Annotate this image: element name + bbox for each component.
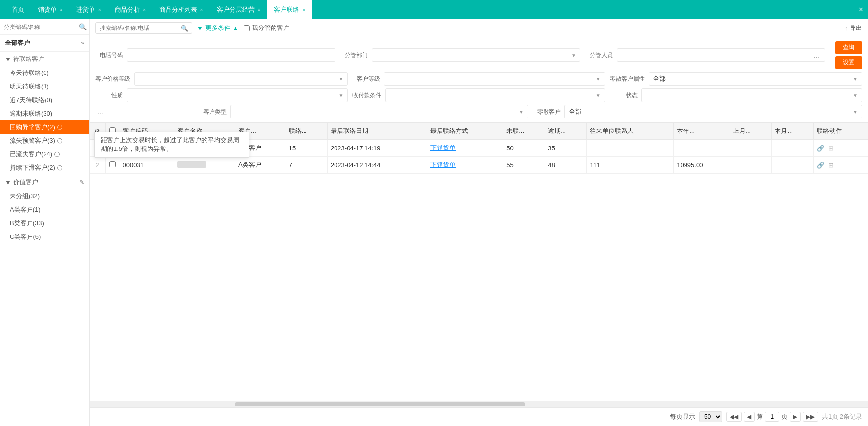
sidebar-item-unclassified[interactable]: 未分组(32) bbox=[0, 190, 89, 203]
close-product-analysis-icon[interactable]: × bbox=[143, 7, 146, 13]
my-customer-checkbox-area: 我分管的客户 bbox=[244, 24, 289, 32]
sidebar-collapse-icon[interactable]: » bbox=[81, 40, 84, 46]
page-last-button[interactable]: ▶▶ bbox=[803, 412, 818, 422]
nav-customer-contact[interactable]: 客户联络 × bbox=[267, 0, 312, 19]
advanced-filter: 电话号码 分管部门 ▼ 分管人员 ... 查询 bbox=[90, 37, 868, 123]
row-contact-person-1 bbox=[587, 140, 674, 157]
sidebar-edit-icon[interactable]: ✎ bbox=[79, 179, 84, 186]
branch-dept-select[interactable]: ▼ bbox=[372, 48, 580, 62]
sidebar-item-repurchase-abnormal[interactable]: 回购异常客户(2) ⓘ bbox=[0, 120, 89, 134]
close-customer-tier-icon[interactable]: × bbox=[258, 7, 260, 13]
sidebar-all-customers[interactable]: 全部客户 » bbox=[0, 35, 89, 52]
row-checkbox-2[interactable] bbox=[105, 157, 120, 174]
sidebar: 🔍 全部客户 » ▼ 待联络客户 今天待联络(0) 明天待联络(1) 近7天待联… bbox=[0, 19, 90, 426]
sidebar-search-area: 🔍 bbox=[0, 19, 89, 35]
pagination-bar: 每页显示 50 ◀◀ ◀ 第 页 ▶ ▶▶ 共1页 2条记录 bbox=[90, 407, 868, 426]
nav-home[interactable]: 首页 bbox=[5, 0, 31, 19]
filter-icon: ▼ bbox=[197, 25, 203, 32]
field-price-level: 客户价格等级 ▼ bbox=[95, 72, 348, 86]
price-level-select[interactable]: ▼ bbox=[134, 72, 348, 86]
retail-attr-select[interactable]: 全部 ▼ bbox=[649, 72, 862, 86]
sidebar-item-7day-followup[interactable]: 近7天待联络(0) bbox=[0, 93, 89, 107]
sidebar-item-declining[interactable]: 持续下滑客户(2) ⓘ bbox=[0, 161, 89, 175]
last-method-link-1[interactable]: 下销货单 bbox=[430, 144, 456, 151]
per-page-select[interactable]: 50 bbox=[699, 411, 722, 422]
page-next-button[interactable]: ▶ bbox=[790, 412, 801, 422]
sidebar-value-arrow-icon: ▼ bbox=[5, 179, 11, 186]
price-level-arrow-icon: ▼ bbox=[338, 76, 343, 82]
sidebar-item-a-class[interactable]: A类客户(1) bbox=[0, 203, 89, 217]
customer-level-select[interactable]: ▼ bbox=[384, 72, 605, 86]
close-sales-order-icon[interactable]: × bbox=[60, 7, 62, 13]
field-gender: 性质 ▼ bbox=[95, 88, 348, 102]
row-contact-person-2: 111 bbox=[587, 157, 674, 174]
nav-customer-tier[interactable]: 客户分层经营 × bbox=[210, 0, 267, 19]
settings-button[interactable]: 设置 bbox=[835, 56, 862, 69]
sidebar-item-c-class[interactable]: C类客户(6) bbox=[0, 230, 89, 244]
row-last-month-1 bbox=[730, 140, 772, 157]
sidebar-item-churned[interactable]: 已流失客户(24) ⓘ bbox=[0, 147, 89, 161]
more-fields-icon[interactable]: ... bbox=[95, 108, 105, 116]
customer-type-select[interactable]: ▼ bbox=[230, 105, 528, 118]
branch-person-ellipsis-icon[interactable]: ... bbox=[811, 51, 821, 59]
action-grid-icon-1[interactable]: ⊞ bbox=[828, 145, 834, 152]
horizontal-scrollbar[interactable] bbox=[90, 401, 868, 407]
row-last-month-2 bbox=[730, 157, 772, 174]
phone-input[interactable] bbox=[127, 48, 335, 62]
nav-sales-order[interactable]: 销货单 × bbox=[31, 0, 69, 19]
search-bar-icon[interactable]: 🔍 bbox=[181, 25, 188, 32]
sidebar-item-today-followup[interactable]: 今天待联络(0) bbox=[0, 66, 89, 80]
status-select[interactable]: ▼ bbox=[641, 88, 862, 102]
export-button[interactable]: ↑ 导出 bbox=[845, 24, 863, 32]
sidebar-search-icon[interactable]: 🔍 bbox=[79, 23, 87, 30]
retail-customer-arrow-icon: ▼ bbox=[853, 109, 858, 115]
row-overdue-2: 48 bbox=[545, 157, 587, 174]
close-product-analysis-list-icon[interactable]: × bbox=[200, 7, 203, 13]
nav-product-analysis-list[interactable]: 商品分析列表 × bbox=[152, 0, 210, 19]
row-last-method-1[interactable]: 下销货单 bbox=[427, 140, 503, 157]
sidebar-item-tomorrow-followup[interactable]: 明天待联络(1) bbox=[0, 80, 89, 93]
sidebar-value-section[interactable]: ▼ 价值客户 ✎ bbox=[0, 175, 89, 190]
last-method-link-2[interactable]: 下销货单 bbox=[430, 161, 456, 168]
close-customer-contact-icon[interactable]: × bbox=[302, 7, 305, 13]
page-first-button[interactable]: ◀◀ bbox=[726, 412, 742, 422]
query-button[interactable]: 查询 bbox=[835, 41, 862, 54]
action-link-icon-2[interactable]: 🔗 bbox=[817, 162, 824, 169]
payment-select[interactable]: ▼ bbox=[385, 88, 605, 102]
page-prev-button[interactable]: ◀ bbox=[744, 412, 755, 422]
chevron-up-icon: ▲ bbox=[232, 25, 239, 32]
nav-purchase-order[interactable]: 进货单 × bbox=[69, 0, 107, 19]
gender-select[interactable]: ▼ bbox=[127, 88, 348, 102]
sidebar-item-churn-warning[interactable]: 流失预警客户(3) ⓘ bbox=[0, 134, 89, 147]
scrollbar-thumb[interactable] bbox=[235, 402, 525, 406]
row-this-year-2: 10995.00 bbox=[674, 157, 730, 174]
repurchase-tooltip: 距客户上次交易时长，超过了此客户的平均交易周期的1.5倍，则视为异常。 bbox=[94, 132, 249, 158]
row-last-method-2[interactable]: 下销货单 bbox=[427, 157, 503, 174]
action-grid-icon-2[interactable]: ⊞ bbox=[828, 162, 834, 169]
page-navigation: ◀◀ ◀ 第 页 ▶ ▶▶ bbox=[726, 412, 818, 422]
nav-product-analysis[interactable]: 商品分析 × bbox=[108, 0, 152, 19]
action-link-icon-1[interactable]: 🔗 bbox=[817, 145, 824, 152]
window-close-button[interactable]: × bbox=[859, 5, 863, 14]
retail-customer-select[interactable]: 全部 ▼ bbox=[564, 105, 862, 118]
page-input[interactable] bbox=[765, 412, 779, 422]
col-this-year: 本年... bbox=[674, 123, 730, 140]
sidebar-item-overdue-followup[interactable]: 逾期未联络(30) bbox=[0, 107, 89, 120]
close-purchase-order-icon[interactable]: × bbox=[98, 7, 101, 13]
status-arrow-icon: ▼ bbox=[853, 93, 858, 98]
sidebar-followup-section[interactable]: ▼ 待联络客户 bbox=[0, 52, 89, 66]
more-conditions-button[interactable]: ▼ 更多条件 ▲ bbox=[197, 24, 239, 32]
customer-type-arrow-icon: ▼ bbox=[519, 109, 524, 115]
sidebar-search-input[interactable] bbox=[4, 24, 76, 30]
row-last-date-2: 2023-04-12 14:44: bbox=[327, 157, 427, 174]
main-layout: 🔍 全部客户 » ▼ 待联络客户 今天待联络(0) 明天待联络(1) 近7天待联… bbox=[0, 19, 868, 426]
branch-person-input[interactable]: ... bbox=[617, 48, 825, 62]
field-branch-dept: 分管部门 ▼ bbox=[340, 48, 580, 62]
info-icon: ⓘ bbox=[57, 124, 62, 131]
blurred-name-2 bbox=[177, 161, 206, 168]
search-input[interactable] bbox=[95, 22, 192, 34]
my-customer-checkbox[interactable] bbox=[244, 25, 250, 31]
filter-action-buttons: 查询 设置 bbox=[835, 41, 862, 69]
page-label: 第 bbox=[757, 412, 763, 421]
sidebar-item-b-class[interactable]: B类客户(33) bbox=[0, 217, 89, 230]
